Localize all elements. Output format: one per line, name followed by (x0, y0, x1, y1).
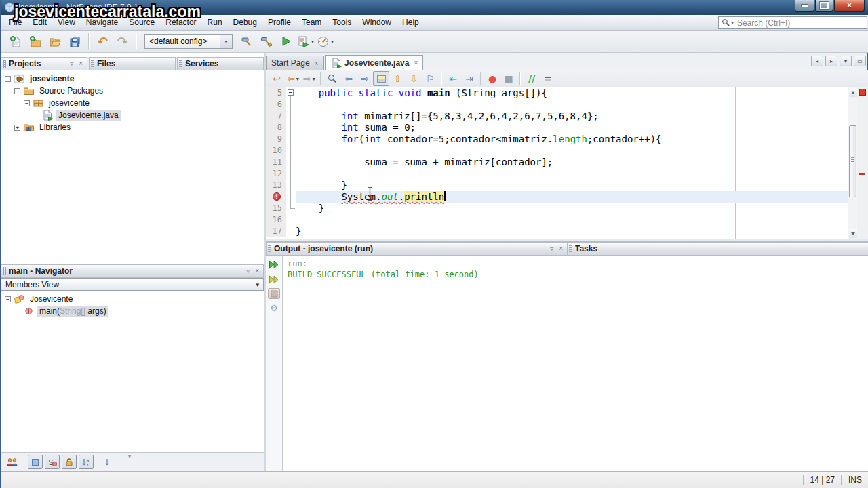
tree-item-libraries[interactable]: +Libraries (1, 121, 264, 134)
tab-list-button[interactable]: ▾ (840, 56, 852, 66)
close-tab-icon[interactable]: × (315, 60, 319, 67)
tab-josevicente-java[interactable]: Josevicente.java × (326, 55, 423, 70)
fold-collapse-icon[interactable] (288, 89, 294, 96)
build-project-button[interactable] (237, 33, 256, 51)
scroll-up-button[interactable] (849, 88, 857, 97)
navigator-header[interactable]: main - Navigator ▿ × (1, 264, 264, 278)
fold-margin[interactable] (286, 134, 296, 145)
comment-button[interactable]: // (524, 71, 540, 86)
fold-margin[interactable] (286, 99, 296, 110)
code-line-14[interactable]: ! System.out.println (266, 191, 848, 203)
clean-build-project-button[interactable] (257, 33, 275, 51)
search-input[interactable] (736, 18, 864, 28)
code-area[interactable]: 5 public static void main (String args[]… (266, 87, 848, 237)
ant-settings-button[interactable]: ⚙ (267, 302, 281, 314)
expander-icon[interactable]: − (5, 296, 11, 302)
previous-bookmark-button[interactable]: ⇧ (389, 71, 406, 86)
stop-build-button[interactable] (268, 288, 280, 299)
code-line-13[interactable]: 13 } (266, 180, 848, 191)
next-bookmark-button[interactable]: ⇩ (406, 71, 422, 86)
tree-item-josevicente[interactable]: −josevicente (1, 73, 264, 85)
sort-by-source-button[interactable] (102, 455, 117, 469)
fold-margin[interactable] (286, 157, 296, 168)
error-stripe-file-status[interactable] (859, 89, 866, 96)
code-line-9[interactable]: 9 for(int contador=5;contador<mimatriz.l… (266, 134, 848, 145)
output-header[interactable]: Output - josevicente (run) ▿ × (266, 242, 568, 256)
gutter-line-number[interactable]: 7 (266, 110, 286, 122)
projects-tree[interactable]: −josevicente−Source Packages−josevicente… (1, 70, 264, 264)
dropdown-arrow-icon[interactable]: ▾ (331, 39, 334, 45)
tree-item-josevicente-class[interactable]: −Josevicente (1, 293, 264, 305)
tab-services[interactable]: Services (177, 57, 264, 70)
expander-icon[interactable]: − (5, 76, 11, 82)
code-line-7[interactable]: 7 int mimatriz[]={5,8,3,4,2,6,4,2,6,7,5,… (266, 110, 848, 122)
scrollbar-thumb[interactable] (849, 125, 856, 197)
code-line-16[interactable]: 16 (266, 214, 848, 226)
tasks-header[interactable]: Tasks (568, 242, 868, 256)
error-stripe-mark[interactable] (859, 173, 865, 175)
minimize-button[interactable] (795, 0, 814, 12)
gutter-line-number[interactable]: 9 (266, 134, 286, 145)
tree-item-source-packages[interactable]: −Source Packages (1, 85, 264, 97)
gutter-line-number[interactable]: 16 (266, 214, 286, 226)
menu-profile[interactable]: Profile (262, 16, 296, 29)
code-line-6[interactable]: 6 (266, 99, 848, 110)
close-tab-icon[interactable]: × (414, 59, 418, 66)
combo-arrow-icon[interactable]: ▾ (220, 35, 232, 48)
new-project-button[interactable] (26, 33, 45, 51)
gutter-line-number[interactable]: 8 (266, 122, 286, 134)
code-line-10[interactable]: 10 (266, 145, 848, 157)
output-text-area[interactable]: run:BUILD SUCCESSFUL (total time: 1 seco… (288, 258, 866, 471)
profile-project-button[interactable]: ▾ (316, 33, 334, 51)
close-panel-icon[interactable]: × (77, 60, 84, 68)
code-line-5[interactable]: 5 public static void main (String args[]… (266, 87, 848, 99)
navigator-tree[interactable]: −Josevicentemain(String[] args) (1, 291, 264, 452)
stop-macro-recording-button[interactable]: ■ (500, 71, 517, 86)
run-project-button[interactable] (277, 33, 295, 51)
rerun-button[interactable] (267, 258, 281, 270)
find-previous-occurrence-button[interactable]: ⇦ (340, 71, 357, 86)
last-edit-position-button[interactable]: ↩ (269, 71, 285, 86)
close-panel-icon[interactable]: × (254, 267, 260, 275)
menu-tools[interactable]: Tools (327, 16, 357, 29)
code-line-12[interactable]: 12 (266, 168, 848, 180)
code-line-8[interactable]: 8 int suma = 0; (266, 122, 848, 134)
tab-start-page[interactable]: Start Page × (266, 56, 324, 70)
dropdown-arrow-icon[interactable]: ▾ (296, 76, 299, 82)
fold-margin[interactable] (286, 180, 296, 191)
tree-item-josevicente[interactable]: −josevicente (1, 97, 264, 109)
expander-icon[interactable]: + (14, 125, 20, 131)
gutter-line-number[interactable]: ! (266, 191, 286, 203)
gutter-line-number[interactable]: 11 (266, 157, 286, 168)
fold-margin[interactable] (286, 110, 296, 122)
tab-files[interactable]: Files (89, 57, 176, 70)
dropdown-arrow-icon[interactable]: ▾ (313, 76, 315, 82)
maximize-window-button[interactable]: ▭ (854, 56, 866, 66)
scroll-tabs-right-button[interactable]: ▸ (825, 56, 837, 66)
gutter-line-number[interactable]: 12 (266, 168, 286, 180)
show-non-public-members-button[interactable] (62, 455, 77, 469)
undo-button[interactable]: ↶ (94, 33, 112, 51)
expander-icon[interactable]: − (24, 100, 30, 106)
show-inherited-members-button[interactable] (5, 455, 20, 469)
back-button[interactable]: ⇦▾ (285, 71, 301, 86)
new-file-button[interactable] (7, 33, 25, 51)
code-line-11[interactable]: 11 suma = suma + mimatriz[contador]; (266, 157, 848, 168)
vertical-scrollbar[interactable] (848, 87, 857, 239)
fold-margin[interactable] (286, 145, 296, 157)
menu-run[interactable]: Run (202, 16, 228, 29)
close-panel-icon[interactable]: × (557, 245, 564, 253)
menu-help[interactable]: Help (397, 16, 425, 29)
gutter-line-number[interactable]: 10 (266, 145, 286, 157)
gutter-line-number[interactable]: 17 (266, 226, 286, 237)
open-project-button[interactable] (46, 33, 64, 51)
shift-line-left-button[interactable]: ⇤ (445, 71, 461, 86)
close-button[interactable]: × (834, 0, 865, 12)
uncomment-button[interactable]: ≡ (540, 71, 556, 86)
rerun-with-different-parameters-button[interactable] (267, 273, 281, 285)
toggle-highlight-search-button[interactable] (373, 71, 389, 86)
shift-line-right-button[interactable]: ⇥ (461, 71, 477, 86)
tree-item-josevicente-java[interactable]: Josevicente.java (1, 109, 264, 121)
scroll-down-button[interactable] (849, 229, 857, 238)
gutter-line-number[interactable]: 15 (266, 203, 286, 214)
